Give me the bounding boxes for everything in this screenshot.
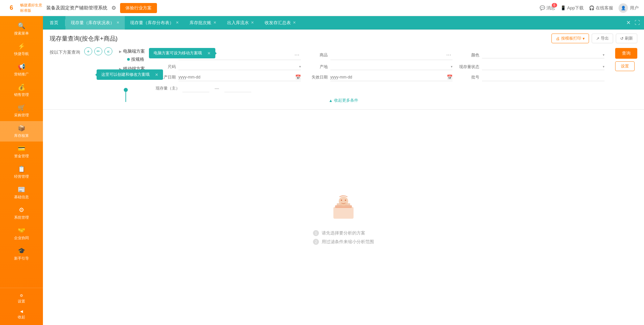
top-bar: 6 畅捷通好生意 标准版 装备及固定资产辅助管理系统 ⚙ 体验行业方案 💬 消息… <box>0 0 644 16</box>
collapse-up-icon: ▲ <box>329 98 333 103</box>
arrow-right-icon: ▶ <box>119 50 122 53</box>
tab-close-all-icon[interactable]: ✕ <box>625 18 632 27</box>
app-container: 6 畅捷通好生意 标准版 装备及固定资产辅助管理系统 ⚙ 体验行业方案 💬 消息… <box>0 0 644 325</box>
system-name: 装备及固定资产辅助管理系统 <box>46 5 107 11</box>
filter-size: 尺码 ▾ <box>156 63 301 70</box>
svg-point-3 <box>339 197 348 206</box>
goods-dots[interactable]: ··· <box>445 51 452 58</box>
sidebar-collapse-btn[interactable]: ◀ 收起 <box>0 307 43 322</box>
production-date-input-wrap: 📅 <box>178 73 301 81</box>
back-scheme-btn[interactable]: « <box>104 47 112 55</box>
stock-status-label: 现存量状态 <box>459 64 479 70</box>
empty-illustration <box>327 188 360 222</box>
app-download-btn[interactable]: 📱 App下载 <box>560 5 584 11</box>
topbar-right: 💬 消息 6 📱 App下载 🎧 在线客服 👤 用户 <box>540 3 639 13</box>
sidebar-item-base[interactable]: 📰 基础信息 <box>0 182 43 203</box>
svg-point-4 <box>341 200 342 201</box>
tooltip1-close[interactable]: ✕ <box>207 51 211 56</box>
print-btn[interactable]: 🖨 按模板打印 ▾ <box>551 34 589 43</box>
industry-btn[interactable]: 体验行业方案 <box>120 3 157 13</box>
avatar: 👤 <box>619 3 628 13</box>
step2-num: 2 <box>313 239 319 245</box>
sidebar-item-search[interactable]: 🔍 搜索菜单 <box>0 19 43 39</box>
print-chevron-icon: ▾ <box>583 36 585 41</box>
tab-bar: 首页 现存量（库存状况表） ✕ 现存量（库存分布表） ✕ 库存批次账 ✕ 出入库… <box>43 16 644 30</box>
scheme-tree: ▶ 电脑端方案 按规格 ▶ 移动端方案 <box>119 47 145 73</box>
stock-status-select[interactable]: ▾ <box>482 63 604 70</box>
stock-status-chevron-icon: ▾ <box>603 65 604 68</box>
color-select[interactable]: ▾ <box>482 52 604 58</box>
filter-stock-main: 现存量（主） — <box>156 85 301 92</box>
search-btn[interactable]: 查询 <box>615 48 637 59</box>
stock-main-to-input[interactable] <box>224 85 251 92</box>
scheme-controls: + ✏ « <box>84 47 112 55</box>
goods-select[interactable]: ··· <box>330 50 453 60</box>
sidebar-item-quicknav[interactable]: ⚡ 快捷导航 <box>0 39 43 60</box>
messages-btn[interactable]: 💬 消息 6 <box>540 5 555 11</box>
tab-flow[interactable]: 出入库流水 ✕ <box>222 16 259 30</box>
expiry-date-input[interactable] <box>330 73 447 81</box>
tab-close-stock-dist[interactable]: ✕ <box>176 20 179 25</box>
tab-batch[interactable]: 库存批次账 ✕ <box>184 16 222 30</box>
sidebar-item-sales[interactable]: 💰 销售管理 <box>0 80 43 101</box>
collapse-more-btn[interactable]: ▲ 收起更多条件 <box>50 96 637 105</box>
tab-stock-status[interactable]: 现存量（库存状况表） ✕ <box>65 16 125 30</box>
edit-scheme-btn[interactable]: ✏ <box>94 47 102 55</box>
tooltip2-close[interactable]: ✕ <box>155 72 158 77</box>
tab-expand-icon[interactable]: ⛶ <box>633 18 641 27</box>
expiry-date-label: 失效日期 <box>308 74 328 80</box>
export-btn[interactable]: ↗ 导出 <box>592 34 613 43</box>
sidebar-item-finance[interactable]: 💳 资金管理 <box>0 142 43 162</box>
sidebar-item-purchase[interactable]: 🛒 采购管理 <box>0 101 43 121</box>
user-menu[interactable]: 👤 用户 <box>619 3 639 13</box>
settings-icon[interactable]: ⚙ <box>111 5 116 11</box>
content-actions: 🖨 按模板打印 ▾ ↗ 导出 ↺ 刷新 <box>551 34 637 43</box>
sidebar-item-marketing[interactable]: 📢 营销推广 <box>0 60 43 80</box>
size-chevron-icon: ▾ <box>299 65 301 68</box>
flash-icon: ⚡ <box>18 43 25 50</box>
size-select[interactable]: ▾ <box>178 63 301 70</box>
content-header: 现存量查询(按仓库+商品) 🖨 按模板打印 ▾ ↗ 导出 ↺ 刷新 <box>43 30 644 43</box>
tab-close-flow[interactable]: ✕ <box>251 20 254 25</box>
sidebar-settings-btn[interactable]: ⚙ 设置 <box>0 291 43 307</box>
search-btn-area: 查询 设置 <box>615 48 637 71</box>
sidebar-item-collab[interactable]: 🤝 企业协同 <box>0 223 43 244</box>
goods-label: 商品 <box>308 52 328 58</box>
add-scheme-btn[interactable]: + <box>84 47 92 55</box>
search-icon: 🔍 <box>18 22 25 30</box>
tab-close-batch[interactable]: ✕ <box>213 20 216 25</box>
warehouse-dots[interactable]: ··· <box>293 51 301 58</box>
headset-icon: 🎧 <box>589 5 594 10</box>
sidebar-item-inventory[interactable]: 📦 库存核算 <box>0 121 43 142</box>
settings-footer-icon: ⚙ <box>20 293 23 298</box>
tab-stock-dist[interactable]: 现存量（库存分布表） ✕ <box>125 16 184 30</box>
collapse-icon: ◀ <box>20 309 23 314</box>
scheme-desktop[interactable]: ▶ 电脑端方案 <box>119 47 145 55</box>
production-date-input[interactable] <box>178 73 295 81</box>
origin-select[interactable]: ▾ <box>330 63 453 70</box>
tab-summary[interactable]: 收发存汇总表 ✕ <box>259 16 301 30</box>
topbar-left: 6 畅捷通好生意 标准版 装备及固定资产辅助管理系统 ⚙ 体验行业方案 <box>5 2 157 14</box>
tab-close-summary[interactable]: ✕ <box>293 20 296 25</box>
scheme-desktop-sub-item[interactable]: 按规格 <box>127 55 145 63</box>
sidebar-item-operations[interactable]: 📋 经营管理 <box>0 162 43 182</box>
set-btn[interactable]: 设置 <box>615 61 635 71</box>
sidebar-item-system[interactable]: ⚙ 系统管理 <box>0 203 43 223</box>
tab-home[interactable]: 首页 <box>43 16 65 30</box>
phone-icon: 📱 <box>560 5 566 10</box>
tab-close-stock-status[interactable]: ✕ <box>116 20 119 25</box>
sidebar: 🔍 搜索菜单 ⚡ 快捷导航 📢 营销推广 💰 销售管理 🛒 采购管理 <box>0 16 43 325</box>
online-service-btn[interactable]: 🎧 在线客服 <box>589 5 613 11</box>
stock-main-from-input[interactable] <box>182 85 209 92</box>
gear-icon: ⚙ <box>19 206 24 214</box>
sidebar-footer: ⚙ 设置 ◀ 收起 <box>0 288 43 325</box>
sidebar-item-guide[interactable]: 🎓 新手引导 <box>0 244 43 264</box>
batch-input[interactable] <box>482 73 604 81</box>
refresh-btn[interactable]: ↺ 刷新 <box>616 34 637 43</box>
tooltip-desktop-scheme: 电脑方案可设为移动方案哦 ✕ <box>149 48 215 58</box>
filter-expiry-date: 失效日期 📅 <box>308 73 453 81</box>
clipboard-icon: 📋 <box>18 165 25 173</box>
card-icon: 💳 <box>18 145 25 152</box>
expiry-date-calendar-icon[interactable]: 📅 <box>447 74 452 80</box>
production-date-calendar-icon[interactable]: 📅 <box>295 74 301 80</box>
